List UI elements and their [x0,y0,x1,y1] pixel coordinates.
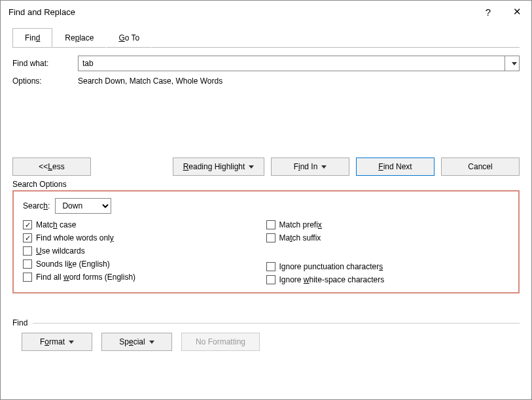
format-button[interactable]: Format [22,333,92,351]
sounds-like-checkbox[interactable]: Sounds like (English) [23,259,266,269]
tab-strip: Find Replace Go To [12,28,520,48]
use-wildcards-checkbox[interactable]: Use wildcards [23,246,266,256]
whole-words-checkbox[interactable]: Find whole words only [23,233,266,242]
options-summary: Search Down, Match Case, Whole Words [78,76,222,86]
dialog-title: Find and Replace [9,7,75,17]
word-forms-checkbox[interactable]: Find all word forms (English) [23,273,266,282]
options-label: Options: [12,76,78,86]
checkbox-icon [23,220,32,229]
checkbox-icon [23,246,32,256]
caret-down-icon [249,165,254,169]
find-replace-dialog: Find and Replace ? ✕ Find Replace Go To … [0,0,532,400]
find-section-label: Find [12,318,27,327]
checkbox-icon [266,233,275,242]
tab-find[interactable]: Find [12,28,52,48]
no-formatting-button: No Formatting [181,333,260,351]
find-what-dropdown[interactable] [505,56,519,71]
tab-goto[interactable]: Go To [106,28,152,48]
caret-down-icon [149,341,154,344]
chevron-down-icon [512,62,517,65]
ignore-punctuation-checkbox[interactable]: Ignore punctuation characters [266,262,510,271]
divider [33,323,520,324]
special-button[interactable]: Special [101,333,172,351]
find-what-input[interactable] [79,56,505,71]
find-in-button[interactable]: Find In [271,158,349,176]
match-case-checkbox[interactable]: Match case [23,220,266,229]
titlebar: Find and Replace ? ✕ [1,1,531,23]
close-button[interactable]: ✕ [503,2,531,22]
checkbox-icon [23,259,32,269]
caret-down-icon [69,341,74,344]
checkbox-icon [23,273,32,282]
checkbox-icon [266,275,275,284]
find-next-button[interactable]: Find Next [356,158,434,176]
search-direction-label: Search: [23,201,50,210]
match-prefix-checkbox[interactable]: Match prefix [266,220,510,229]
help-button[interactable]: ? [474,2,503,22]
less-button[interactable]: << Less [12,158,91,176]
match-suffix-checkbox[interactable]: Match suffix [266,233,510,242]
find-what-field[interactable] [78,56,520,71]
cancel-button[interactable]: Cancel [441,158,520,176]
checkbox-icon [266,262,275,271]
reading-highlight-button[interactable]: Reading Highlight [173,158,264,176]
search-options-label: Search Options [12,180,520,189]
search-direction-select[interactable]: Down [55,198,111,214]
checkbox-icon [23,233,32,242]
checkbox-icon [266,220,275,229]
find-what-label: Find what: [12,59,78,68]
search-options-panel: Search: Down Match case Find whole words… [12,190,520,293]
caret-down-icon [321,165,327,169]
tab-replace[interactable]: Replace [52,28,106,48]
ignore-whitespace-checkbox[interactable]: Ignore white-space characters [266,275,510,284]
